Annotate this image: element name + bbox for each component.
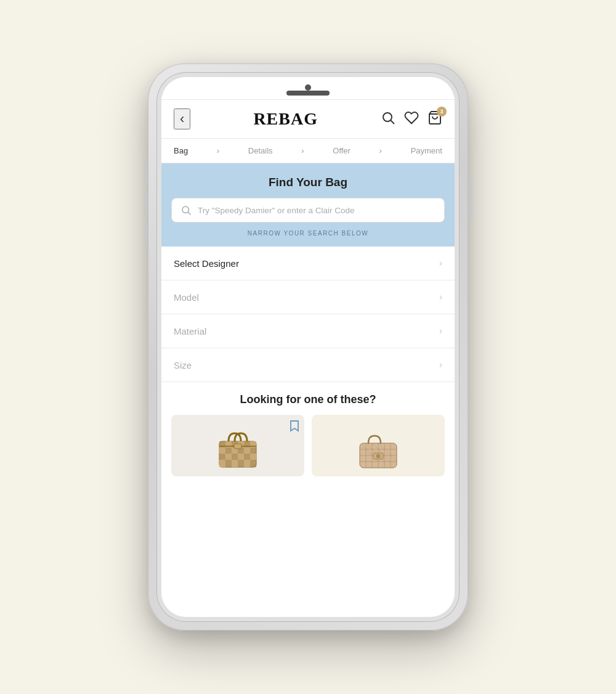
- chevron-right-icon-2: ›: [439, 292, 442, 303]
- svg-rect-18: [219, 454, 225, 460]
- search-placeholder: Try "Speedy Damier" or enter a Clair Cod…: [198, 206, 354, 215]
- filter-material-label: Material: [174, 326, 206, 337]
- svg-rect-22: [244, 454, 250, 460]
- product-card-2[interactable]: [312, 415, 445, 476]
- back-button[interactable]: ‹: [174, 108, 190, 129]
- cart-button[interactable]: 3: [428, 110, 442, 128]
- svg-rect-29: [250, 460, 256, 467]
- header-icons: 3: [381, 110, 442, 128]
- wishlist-button[interactable]: [404, 110, 419, 128]
- svg-rect-27: [238, 460, 244, 467]
- svg-rect-16: [244, 447, 250, 454]
- breadcrumb: Bag › Details › Offer › Payment: [161, 139, 455, 163]
- looking-for-section: Looking for one of these?: [161, 382, 455, 483]
- chevron-right-icon-3: ›: [439, 325, 442, 337]
- svg-point-0: [383, 113, 392, 121]
- filter-designer[interactable]: Select Designer ›: [161, 247, 455, 280]
- search-section: Find Your Bag Try "Speedy Damier" or ent…: [161, 163, 455, 247]
- svg-rect-19: [225, 454, 232, 460]
- filter-model-label: Model: [174, 292, 199, 303]
- product-card-1[interactable]: [171, 415, 304, 476]
- svg-rect-20: [232, 454, 238, 460]
- phone-outer: ‹ REBAG: [148, 63, 468, 631]
- breadcrumb-sep-2: ›: [301, 146, 304, 155]
- logo: REBAG: [253, 109, 318, 129]
- filter-list: Select Designer › Model › Material › S: [161, 247, 455, 382]
- svg-rect-23: [250, 454, 256, 460]
- breadcrumb-sep-3: ›: [379, 146, 382, 155]
- looking-for-title: Looking for one of these?: [171, 393, 445, 406]
- cart-badge: 3: [437, 107, 447, 116]
- svg-rect-12: [219, 447, 225, 454]
- phone-top-bar: [161, 77, 455, 99]
- filter-size[interactable]: Size ›: [161, 348, 455, 382]
- filter-designer-label: Select Designer: [174, 258, 239, 269]
- svg-rect-25: [225, 460, 232, 467]
- svg-rect-21: [238, 454, 244, 460]
- page-wrapper: ‹ REBAG: [148, 63, 468, 631]
- breadcrumb-offer: Offer: [333, 146, 351, 155]
- heart-icon: [404, 110, 419, 125]
- search-button[interactable]: [381, 110, 395, 128]
- product-cards: [171, 415, 445, 476]
- svg-line-4: [188, 212, 190, 214]
- breadcrumb-sep-1: ›: [217, 146, 219, 155]
- svg-rect-13: [225, 447, 232, 454]
- search-bar[interactable]: Try "Speedy Damier" or enter a Clair Cod…: [171, 198, 445, 222]
- breadcrumb-payment: Payment: [411, 146, 442, 155]
- search-icon: [381, 110, 395, 125]
- svg-rect-24: [219, 460, 225, 467]
- app-header: ‹ REBAG: [161, 100, 455, 139]
- svg-line-1: [391, 121, 395, 125]
- filter-model[interactable]: Model ›: [161, 280, 455, 314]
- bookmark-icon[interactable]: [290, 420, 299, 435]
- breadcrumb-details: Details: [248, 146, 273, 155]
- svg-rect-17: [250, 447, 256, 454]
- speaker: [286, 91, 330, 96]
- search-bar-icon: [180, 205, 192, 216]
- svg-rect-31: [234, 444, 241, 449]
- chevron-right-icon-4: ›: [439, 359, 442, 370]
- chevron-right-icon: ›: [439, 258, 442, 269]
- narrow-label: NARROW YOUR SEARCH BELOW: [171, 230, 445, 237]
- bag-illustration-2: [355, 426, 402, 470]
- filter-size-label: Size: [174, 360, 192, 370]
- filter-material[interactable]: Material ›: [161, 314, 455, 348]
- svg-point-3: [182, 206, 189, 213]
- camera-dot: [305, 84, 311, 91]
- phone-screen: ‹ REBAG: [161, 77, 455, 617]
- bag-illustration-1: [213, 426, 262, 470]
- search-section-title: Find Your Bag: [171, 176, 445, 189]
- phone-inner: ‹ REBAG: [156, 72, 460, 622]
- svg-rect-26: [232, 460, 238, 467]
- svg-point-46: [376, 454, 380, 458]
- svg-rect-28: [244, 460, 250, 467]
- app-content: ‹ REBAG: [161, 99, 455, 617]
- back-icon: ‹: [180, 111, 184, 126]
- breadcrumb-bag: Bag: [174, 146, 188, 155]
